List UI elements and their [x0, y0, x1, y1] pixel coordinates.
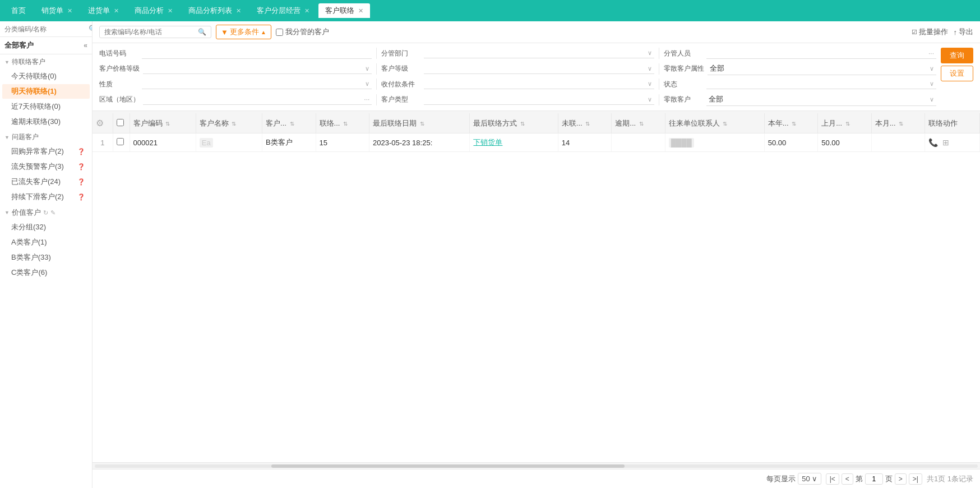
chevron-down-icon-9: ∨: [930, 96, 934, 103]
filter-retail-attr-select[interactable]: 全部 ∨: [708, 62, 936, 75]
export-button[interactable]: ↑ 导出: [954, 27, 974, 37]
sidebar-item-churned[interactable]: 已流失客户(24) ❓: [2, 174, 90, 189]
sidebar-group-pending: 待联络客户: [0, 54, 92, 68]
filter-phone-input[interactable]: [142, 48, 372, 59]
query-button[interactable]: 查询: [941, 48, 973, 63]
filter-region-select[interactable]: ···: [143, 94, 372, 105]
th-unlinkd[interactable]: 未联... ⇅: [558, 113, 611, 133]
phone-action-icon[interactable]: 📞: [928, 138, 938, 147]
select-all-checkbox[interactable]: [117, 119, 124, 126]
th-name[interactable]: 客户名称 ⇅: [196, 113, 262, 133]
sidebar-collapse-icon[interactable]: «: [84, 42, 87, 49]
scrollbar-thumb[interactable]: [271, 464, 625, 468]
contact-method-link[interactable]: 下销货单: [473, 138, 502, 146]
close-purchase-order-icon[interactable]: ✕: [114, 7, 119, 15]
filter-manager-label: 分管人员: [664, 49, 703, 58]
nav-customer-contact[interactable]: 客户联络 ✕: [318, 3, 370, 18]
prev-page-button[interactable]: <: [842, 473, 853, 485]
grid-action-icon[interactable]: ⊞: [942, 138, 949, 147]
value-customer-refresh-icon[interactable]: ↻: [43, 209, 48, 217]
sidebar-group-problem: 问题客户: [0, 130, 92, 144]
sidebar-search-icon[interactable]: 🔍: [89, 25, 93, 33]
row-unlinkd: 14: [558, 133, 611, 152]
filter-nature-select[interactable]: ∨: [142, 79, 372, 89]
th-gear[interactable]: ⚙: [93, 113, 113, 133]
sidebar-item-churn-warning[interactable]: 流失预警客户(3) ❓: [2, 159, 90, 174]
filter-cust-level-select[interactable]: ∨: [424, 64, 654, 74]
th-overdue[interactable]: 逾期... ⇅: [612, 113, 665, 133]
nav-home[interactable]: 首页: [4, 3, 33, 18]
sidebar-all-customers[interactable]: 全部客户 «: [0, 37, 92, 54]
next-page-button[interactable]: >: [895, 473, 907, 485]
value-customer-edit-icon[interactable]: ✎: [50, 209, 56, 217]
my-customers-checkbox[interactable]: 我分管的客户: [276, 27, 329, 37]
sidebar-item-week-contact[interactable]: 近7天待联络(0): [2, 99, 90, 114]
th-last-contact-date[interactable]: 最后联络日期 ⇅: [369, 113, 470, 133]
nav-sales-order[interactable]: 销货单 ✕: [35, 3, 79, 18]
close-product-analysis-icon[interactable]: ✕: [168, 7, 173, 15]
filter-price-level-select[interactable]: ∨: [143, 64, 372, 74]
filter-status-select[interactable]: ∨: [706, 79, 936, 89]
sidebar-item-today-contact[interactable]: 今天待联络(0): [2, 69, 90, 84]
sort-unlinkd-icon: ⇅: [585, 121, 590, 127]
my-customers-check-input[interactable]: [276, 29, 283, 36]
sidebar-search-input[interactable]: [4, 25, 89, 33]
row-select-checkbox[interactable]: [117, 138, 124, 145]
batch-operations-button[interactable]: ☑ 批量操作: [912, 27, 948, 37]
set-button[interactable]: 设置: [941, 66, 973, 81]
filter-row-4: 区域（地区） ··· 客户类型 ∨: [99, 93, 936, 106]
th-last-month[interactable]: 上月... ⇅: [818, 113, 871, 133]
th-code[interactable]: 客户编码 ⇅: [130, 113, 196, 133]
first-page-button[interactable]: |<: [826, 473, 839, 485]
more-dots-icon[interactable]: ···: [928, 49, 934, 57]
close-sales-order-icon[interactable]: ✕: [67, 7, 72, 15]
sidebar-item-overdue-contact[interactable]: 逾期未联络(30): [2, 114, 90, 129]
nav-product-analysis[interactable]: 商品分析 ✕: [128, 3, 179, 18]
more-dots-icon-2[interactable]: ···: [364, 95, 369, 103]
sidebar-item-repurchase-abnormal[interactable]: 回购异常客户(2) ❓: [2, 144, 90, 159]
main-search-input[interactable]: [104, 28, 198, 36]
close-product-analysis-list-icon[interactable]: ✕: [236, 7, 241, 15]
filter-dept-label: 分管部门: [381, 49, 420, 58]
page-suffix: 页: [885, 474, 893, 484]
th-contact-count[interactable]: 联络... ⇅: [316, 113, 369, 133]
th-type[interactable]: 客户... ⇅: [262, 113, 316, 133]
filter-price-level-label: 客户价格等级: [99, 64, 140, 73]
filter-payment-select[interactable]: ∨: [424, 79, 654, 89]
sidebar-item-declining[interactable]: 持续下滑客户(2) ❓: [2, 190, 90, 204]
filter-manager-select[interactable]: ···: [706, 48, 936, 59]
sort-overdue-icon: ⇅: [639, 121, 644, 127]
close-customer-contact-icon[interactable]: ✕: [358, 7, 363, 15]
per-page-box[interactable]: 50 ∨: [798, 473, 821, 485]
th-this-month[interactable]: 本月... ⇅: [871, 113, 924, 133]
th-this-year[interactable]: 本年... ⇅: [764, 113, 817, 133]
filter-retail-cust-select[interactable]: 全部 ∨: [706, 93, 936, 106]
gear-icon[interactable]: ⚙: [96, 118, 104, 128]
export-icon: ↑: [954, 28, 958, 36]
sidebar-item-class-a[interactable]: A类客户(1): [2, 235, 90, 250]
customer-name-blurred: Ea: [200, 138, 213, 148]
per-page-value: 50: [802, 475, 810, 483]
nav-product-analysis-list[interactable]: 商品分析列表 ✕: [182, 3, 248, 18]
filter-cust-type-select[interactable]: ∨: [424, 95, 654, 105]
last-page-button[interactable]: >|: [909, 473, 922, 485]
th-contact-person[interactable]: 往来单位联系人 ⇅: [665, 113, 764, 133]
batch-checkbox-icon: ☑: [912, 29, 917, 36]
row-this-month: [871, 133, 924, 152]
help-icon: ❓: [77, 148, 85, 155]
more-filter-button[interactable]: ▼ 更多条件 ▲: [216, 25, 271, 39]
th-last-contact-method[interactable]: 最后联络方式 ⇅: [470, 113, 558, 133]
nav-customer-stratification[interactable]: 客户分层经营 ✕: [250, 3, 316, 18]
filter-row-2: 客户价格等级 ∨ 客户等级 ∨: [99, 62, 936, 75]
horizontal-scrollbar[interactable]: [93, 462, 980, 469]
sidebar-item-tomorrow-contact[interactable]: 明天待联络(1): [2, 84, 90, 99]
page-number-input[interactable]: [865, 473, 883, 485]
filter-dept-select[interactable]: ∨: [424, 48, 654, 58]
sidebar-item-ungrouped[interactable]: 未分组(32): [2, 220, 90, 234]
filter-phone-label: 电话号码: [99, 49, 138, 58]
sidebar-item-class-c[interactable]: C类客户(6): [2, 265, 90, 280]
main-search-icon[interactable]: 🔍: [198, 28, 206, 36]
nav-purchase-order[interactable]: 进货单 ✕: [81, 3, 126, 18]
close-customer-stratification-icon[interactable]: ✕: [304, 7, 309, 15]
sidebar-item-class-b[interactable]: B类客户(33): [2, 250, 90, 265]
